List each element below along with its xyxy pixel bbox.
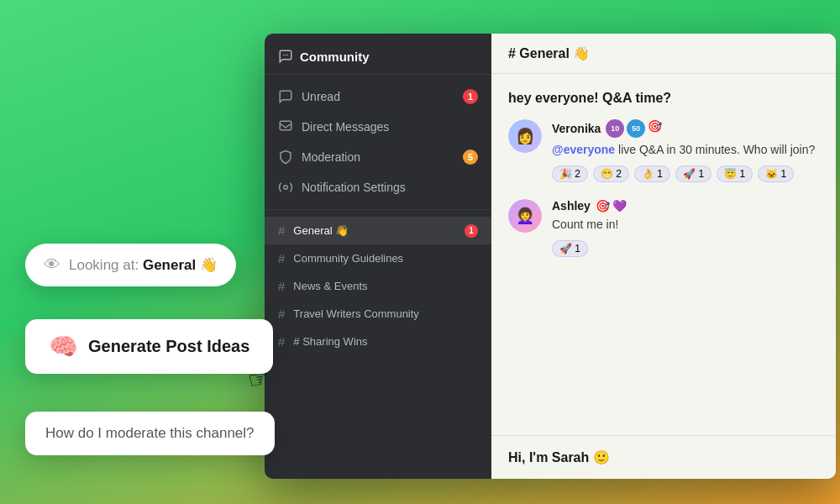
- reaction-ok[interactable]: 👌 1: [634, 165, 670, 182]
- unread-badge: 1: [463, 89, 478, 104]
- generate-button-label: Generate Post Ideas: [88, 337, 249, 356]
- svg-point-0: [283, 55, 285, 56]
- message-ashley: 👩‍🦱 Ashley 🎯 💜 Count me in! 🚀 1: [508, 199, 819, 257]
- message-text-ashley: Count me in!: [552, 216, 819, 234]
- badge-emoji-ashley-2: 💜: [612, 199, 627, 213]
- footer-greeting: Hi, I'm Sarah 🙂: [508, 450, 610, 465]
- notification-settings-label: Notification Settings: [302, 181, 406, 194]
- veronika-reactions: 🎉 2 😁 2 👌 1 🚀 1 😇 1 🐱 1: [552, 165, 819, 182]
- author-veronika: Veronika: [552, 122, 601, 135]
- sidebar-item-general[interactable]: # General 👋 1: [265, 217, 491, 244]
- sidebar-item-notification-settings[interactable]: Notification Settings: [265, 172, 491, 202]
- sidebar-item-travel-writers[interactable]: # Travel Writers Community: [265, 300, 491, 328]
- chat-section-title: hey everyone! Q&A time?: [508, 91, 819, 106]
- chat-header-title: # General 👋: [508, 45, 590, 61]
- author-ashley: Ashley: [552, 199, 591, 213]
- how-to-bubble: How do I moderate this channel?: [25, 412, 275, 455]
- unread-label: Unread: [302, 90, 340, 103]
- generate-icon: 🧠: [49, 333, 78, 360]
- reaction-party[interactable]: 🎉 2: [552, 165, 588, 182]
- chat-area: # General 👋 hey everyone! Q&A time? 👩 Ve…: [491, 34, 836, 479]
- looking-at-text: Looking at: General 👋: [69, 256, 218, 274]
- sidebar-community-label: Community: [278, 49, 478, 64]
- svg-point-4: [284, 186, 288, 190]
- svg-point-2: [287, 55, 289, 56]
- chat-messages: hey everyone! Q&A time? 👩 Veronika 10 50…: [491, 74, 836, 435]
- main-window: Community Unread 1 Direct Messages: [265, 34, 836, 479]
- ashley-badges: 🎯 💜: [596, 199, 627, 213]
- sidebar-item-sharing-wins[interactable]: # # Sharing Wins: [265, 328, 491, 355]
- sidebar-item-unread[interactable]: Unread 1: [265, 81, 491, 112]
- chat-footer: Hi, I'm Sarah 🙂: [491, 435, 836, 479]
- sidebar-item-direct-messages[interactable]: Direct Messages: [265, 112, 491, 142]
- message-veronika: 👩 Veronika 10 50 🎯 @everyone live Q&A in…: [508, 119, 819, 182]
- sidebar-item-moderation[interactable]: Moderation 5: [265, 142, 491, 172]
- chat-header: # General 👋: [491, 34, 836, 74]
- badge-50: 50: [627, 119, 645, 138]
- dm-label: Direct Messages: [302, 120, 389, 134]
- avatar-veronika: 👩: [508, 119, 542, 153]
- eye-icon: 👁: [44, 255, 60, 275]
- generate-post-ideas-button[interactable]: 🧠 Generate Post Ideas: [25, 319, 273, 374]
- badge-emoji-ashley-1: 🎯: [596, 199, 610, 213]
- avatar-ashley: 👩‍🦱: [508, 199, 542, 233]
- veronika-badges: 10 50 🎯: [606, 119, 662, 138]
- general-badge: 1: [465, 224, 478, 238]
- badge-emoji-veronika: 🎯: [648, 119, 662, 138]
- how-to-text: How do I moderate this channel?: [45, 425, 255, 441]
- sidebar-item-news-events[interactable]: # News & Events: [265, 272, 491, 300]
- moderation-badge: 5: [463, 150, 478, 165]
- reaction-cat[interactable]: 🐱 1: [758, 165, 794, 182]
- ashley-reactions: 🚀 1: [552, 240, 819, 257]
- svg-point-1: [285, 55, 286, 56]
- message-text-veronika: @everyone live Q&A in 30 minutes. Who wi…: [552, 141, 819, 159]
- looking-at-bubble: 👁 Looking at: General 👋: [25, 244, 236, 286]
- sidebar-nav: Unread 1 Direct Messages Moderation 5: [265, 75, 491, 209]
- moderation-label: Moderation: [302, 150, 360, 164]
- looking-at-location: General: [143, 257, 196, 273]
- badge-10: 10: [606, 119, 624, 138]
- sidebar: Community Unread 1 Direct Messages: [265, 34, 491, 479]
- reaction-ashley-rocket[interactable]: 🚀 1: [552, 240, 588, 257]
- sidebar-header: Community: [265, 34, 491, 75]
- reaction-angel[interactable]: 😇 1: [717, 165, 753, 182]
- sidebar-channels: # General 👋 1 # Community Guidelines # N…: [265, 209, 491, 362]
- reaction-rocket[interactable]: 🚀 1: [675, 165, 711, 182]
- sidebar-item-community-guidelines[interactable]: # Community Guidelines: [265, 244, 491, 272]
- reaction-grin[interactable]: 😁 2: [593, 165, 629, 182]
